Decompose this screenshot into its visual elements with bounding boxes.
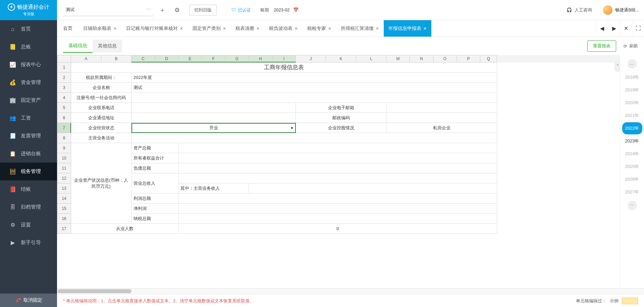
divider <box>601 6 601 14</box>
tabs-scroll-left[interactable]: ◀ <box>596 20 608 20</box>
brand-logo: ✦ 畅捷通好会计 专业版 <box>0 0 57 20</box>
period-value[interactable]: 2023-02 <box>274 7 290 12</box>
headset-icon: 🎧 <box>567 7 572 12</box>
calendar-icon[interactable]: 📅 <box>293 7 299 12</box>
app-header: ✦ 畅捷通好会计 专业版 测试 ﹀ ＋ ⚙ 切到旧版 🛡 已认证 账期 2023… <box>0 0 644 20</box>
company-name: 测试 <box>66 7 74 13</box>
brand-edition: 专业版 <box>23 11 34 16</box>
fullscreen-icon[interactable]: ⛶ <box>632 20 644 20</box>
switch-old-version-button[interactable]: 切到旧版 <box>189 5 217 15</box>
period-label: 账期 <box>260 7 269 13</box>
cloud-icon: ✦ <box>8 3 15 11</box>
tabs-scroll-right[interactable]: ▶ <box>608 20 620 20</box>
shield-icon: 🛡 <box>231 7 236 12</box>
username: 畅捷通B组... <box>615 7 639 13</box>
avatar <box>603 5 612 15</box>
gear-icon[interactable]: ⚙ <box>171 4 183 16</box>
add-icon[interactable]: ＋ <box>156 4 168 16</box>
company-selector[interactable]: 测试 ﹀ <box>63 4 154 16</box>
verified-badge: 🛡 已认证 <box>231 7 251 13</box>
brand-name: 畅捷通好会计 <box>17 4 49 11</box>
user-menu[interactable]: 畅捷通B组... <box>603 5 639 15</box>
consult-link[interactable]: 🎧 人工咨询 <box>567 7 592 13</box>
tab-close-button[interactable]: ✕ <box>620 20 632 20</box>
chevron-down-icon: ﹀ <box>147 7 151 13</box>
